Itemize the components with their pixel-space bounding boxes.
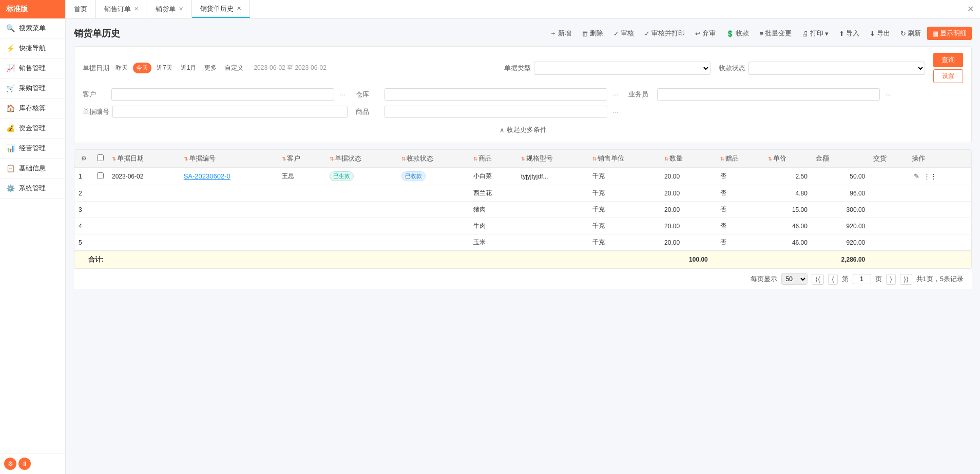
collapse-button[interactable]: ∧ 收起更多条件 [83,123,963,136]
page-label: 第 [842,274,849,284]
staff-input[interactable] [657,88,880,101]
col-settings[interactable]: ⚙ [74,150,93,168]
payment-status-select[interactable] [748,62,925,75]
delete-button[interactable]: 🗑 删除 [578,27,607,40]
abandon-button[interactable]: ↩ 弃审 [691,27,720,40]
edit-action-button[interactable]: ✎ [912,172,921,180]
page-title: 销货单历史 [74,27,546,40]
abandon-icon: ↩ [695,30,701,37]
query-button[interactable]: 查询 [933,53,963,67]
row-checkbox-cell[interactable] [93,185,108,202]
data-table-container: ⚙ ⇅单据日期 ⇅单据编号 ⇅客户 ⇅单据状态 ⇅收款状态 ⇅商品 ⇅规格型号 … [74,149,972,269]
tab-sales-history[interactable]: 销货单历史 ✕ [192,0,250,18]
tab-sales-goods[interactable]: 销货单 ✕ [147,0,192,18]
cell-doc-no[interactable] [180,202,278,218]
next-page-button[interactable]: ⟩ [886,274,896,285]
import-button[interactable]: ⬆ 导入 [835,27,863,40]
date-tag-1month[interactable]: 近1月 [178,63,200,73]
sidebar-item-operations[interactable]: 📊 经营管理 [0,139,65,159]
close-sales-history-tab[interactable]: ✕ [237,5,241,12]
sidebar-item-sales-mgmt[interactable]: 📈 销售管理 [0,58,65,78]
new-button[interactable]: ＋ 新增 [546,27,575,40]
goods-input[interactable] [385,106,607,118]
col-qty[interactable]: ⇅数量 [660,150,716,168]
sidebar-item-search-menu[interactable]: 🔍 搜索菜单 [0,18,65,38]
date-tag-custom[interactable]: 自定义 [222,63,246,73]
cell-doc-no[interactable]: SA-20230602-0 [180,168,278,185]
close-sales-order-tab[interactable]: ✕ [134,6,139,12]
col-trade[interactable]: 交货 [869,150,908,168]
cell-doc-no[interactable] [180,234,278,251]
sidebar-item-purchase-mgmt[interactable]: 🛒 采购管理 [0,78,65,98]
date-tag-yesterday[interactable]: 昨天 [112,63,131,73]
date-tag-today[interactable]: 今天 [133,63,151,73]
tab-home[interactable]: 首页 [66,0,96,18]
col-doc-no[interactable]: ⇅单据编号 [180,150,278,168]
sidebar-footer-btn-1[interactable]: ⚙ [4,458,16,470]
sidebar-item-label: 系统管理 [19,184,46,193]
sidebar-footer-btn-2[interactable]: ⏸ [18,458,31,470]
set-button[interactable]: 设置 [933,69,963,83]
close-sales-goods-tab[interactable]: ✕ [179,6,183,12]
cell-doc-no-link[interactable]: SA-20230602-0 [184,172,230,180]
collect-button[interactable]: 💲 收款 [722,27,753,40]
goods-dots[interactable]: ··· [610,108,621,116]
warehouse-dots[interactable]: ··· [610,90,621,98]
warehouse-input[interactable] [385,88,607,101]
export-button[interactable]: ⬇ 导出 [866,27,894,40]
quick-nav-icon: ⚡ [6,44,15,52]
cell-doc-no[interactable] [180,218,278,234]
row-checkbox-cell[interactable] [93,234,108,251]
col-amount[interactable]: 金额 [812,150,869,168]
cell-doc-no[interactable] [180,185,278,202]
row-checkbox[interactable] [97,172,104,179]
sidebar-item-finance[interactable]: 💰 资金管理 [0,118,65,139]
col-goods[interactable]: ⇅商品 [469,150,517,168]
col-customer[interactable]: ⇅客户 [278,150,325,168]
col-pay-status[interactable]: ⇅收款状态 [397,150,469,168]
sidebar-item-label: 快捷导航 [19,44,46,53]
row-checkbox-cell[interactable] [93,168,108,185]
sidebar-item-basic-info[interactable]: 📋 基础信息 [0,159,65,179]
col-date[interactable]: ⇅单据日期 [108,150,180,168]
col-spec[interactable]: ⇅规格型号 [517,150,589,168]
toolbar: ＋ 新增 🗑 删除 ✓ 审核 ✓ 审核并打印 ↩ 弃审 [546,27,972,40]
page-number-input[interactable] [853,274,871,284]
refresh-button[interactable]: ↻ 刷新 [896,27,925,40]
print-button[interactable]: 🖨 打印 ▾ [798,27,833,40]
first-page-button[interactable]: ⟨⟨ [812,274,824,285]
customer-input[interactable] [111,88,334,101]
col-price[interactable]: ⇅单价 [764,150,812,168]
last-page-button[interactable]: ⟩⟩ [900,274,912,285]
sidebar-item-quick-nav[interactable]: ⚡ 快捷导航 [0,38,65,58]
sidebar-item-label: 采购管理 [19,84,46,93]
col-checkbox[interactable] [93,150,108,168]
cell-qty: 20.00 [660,185,716,202]
doc-type-select[interactable] [534,62,710,75]
row-checkbox-cell[interactable] [93,202,108,218]
row-checkbox-cell[interactable] [93,218,108,234]
finance-icon: 💰 [6,124,15,132]
sidebar-item-inventory[interactable]: 🏠 库存核算 [0,98,65,118]
col-doc-status[interactable]: ⇅单据状态 [325,150,397,168]
col-gift[interactable]: ⇅赠品 [716,150,764,168]
show-detail-button[interactable]: ▦ 显示明细 [927,27,972,40]
doc-no-input[interactable] [112,106,348,118]
cell-spec: tyjyjtyjdf... [517,168,589,185]
staff-dots[interactable]: ··· [883,90,893,98]
page-size-select[interactable]: 50 100 [781,273,808,285]
date-tag-more[interactable]: 更多 [201,63,220,73]
prev-page-button[interactable]: ⟨ [828,274,838,285]
col-unit[interactable]: ⇅销售单位 [588,150,660,168]
audit-print-button[interactable]: ✓ 审核并打印 [640,27,689,40]
close-all-tabs[interactable]: ✕ [961,4,980,14]
tab-sales-order[interactable]: 销售订单 ✕ [96,0,147,18]
audit-button[interactable]: ✓ 审核 [609,27,638,40]
sidebar-item-sys-mgmt[interactable]: ⚙️ 系统管理 [0,179,65,199]
select-all-checkbox[interactable] [97,154,104,161]
customer-dots[interactable]: ··· [337,90,348,98]
batch-change-button[interactable]: ≡ 批量变更 [755,27,796,40]
sort-goods-icon: ⇅ [473,156,477,162]
more-action-button[interactable]: ⋮⋮ [921,172,939,180]
date-tag-7days[interactable]: 近7天 [153,63,176,73]
